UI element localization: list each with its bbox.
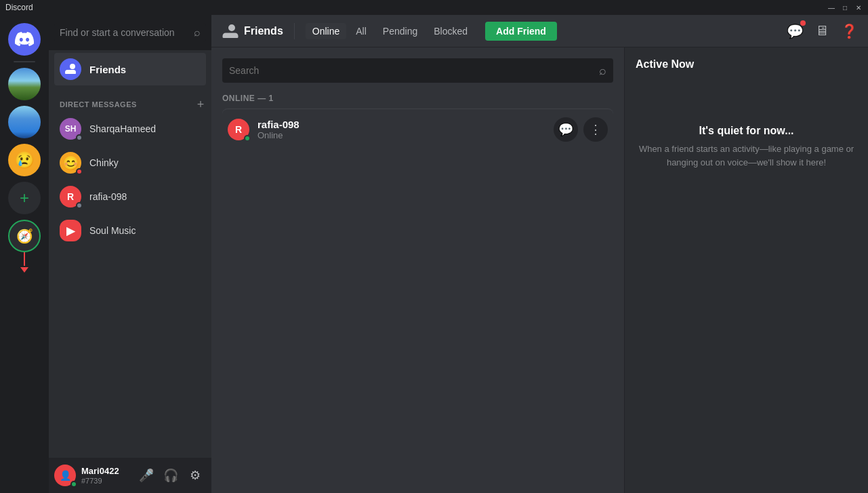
server-sidebar: 😢 + 🧭 Explore Public Servers (0, 15, 49, 493)
friend-avatar-rafia: R (228, 119, 249, 140)
dm-username-rafia: rafia-098 (89, 191, 127, 202)
header-friends-icon (222, 24, 239, 38)
add-server-button[interactable]: + (8, 182, 41, 214)
active-now-title: Active Now (636, 58, 857, 71)
user-name: Mari0422 (81, 466, 130, 477)
friends-label: Friends (89, 64, 126, 75)
server-icon-water[interactable] (8, 106, 41, 138)
header-right: 💬 🖥 ❓ (787, 23, 857, 39)
add-dm-button[interactable]: + (195, 99, 206, 110)
message-friend-button[interactable]: 💬 (554, 117, 578, 142)
dm-username-soul-music: Soul Music (89, 225, 136, 236)
user-area: 👤 Mari0422 #7739 🎤 🎧 ⚙ (49, 458, 211, 493)
dm-item-soul-music[interactable]: ▶ Soul Music (54, 214, 206, 247)
dm-status-dot-sharqahameed (76, 134, 83, 141)
header-divider (294, 23, 295, 39)
dm-status-dot-chinky (76, 168, 83, 175)
explore-wrapper: 🧭 Explore Public Servers (8, 220, 41, 252)
dm-sidebar: Find or start a conversation ⌕ Friends D… (49, 15, 211, 493)
user-avatar[interactable]: 👤 (54, 465, 76, 486)
dm-search-placeholder: Find or start a conversation (60, 27, 194, 38)
arrow-indicator (20, 252, 28, 273)
dm-search-area: Find or start a conversation ⌕ (49, 15, 211, 50)
new-group-dm-button[interactable]: 💬 (787, 23, 803, 39)
dm-list: SH SharqaHameed 😊 Chinky R rafia- (49, 113, 211, 458)
more-options-button[interactable]: ⋮ (583, 117, 608, 142)
headphones-button[interactable]: 🎧 (160, 465, 182, 486)
notification-badge (800, 20, 806, 26)
dm-search-box[interactable]: Find or start a conversation ⌕ (54, 23, 206, 42)
server-icon-mountain[interactable] (8, 68, 41, 100)
active-now-empty-title: It's quiet for now... (636, 125, 857, 137)
minimize-button[interactable]: — (827, 3, 835, 12)
app-title: Discord (5, 3, 33, 12)
friends-search-bar[interactable]: ⌕ (222, 58, 613, 83)
friend-row-rafia[interactable]: R rafia-098 Online 💬 ⋮ (222, 109, 613, 150)
titlebar: Discord — □ ✕ (0, 0, 868, 15)
dm-item-chinky[interactable]: 😊 Chinky (54, 146, 206, 179)
app-container: 😢 + 🧭 Explore Public Servers Find or sta… (0, 15, 868, 493)
user-discriminator: #7739 (81, 477, 130, 485)
dm-status-dot-rafia (76, 202, 83, 209)
active-now-empty: It's quiet for now... When a friend star… (636, 125, 857, 169)
user-controls: 🎤 🎧 ⚙ (136, 465, 206, 486)
friends-nav-item[interactable]: Friends (54, 53, 206, 85)
dm-avatar-soul-music: ▶ (60, 220, 81, 241)
dm-username-chinky: Chinky (89, 157, 119, 168)
friends-list-area: ⌕ ONLINE — 1 R rafia-098 Online 💬 (211, 47, 624, 493)
settings-button[interactable]: ⚙ (184, 465, 206, 486)
friend-info-rafia: rafia-098 Online (257, 119, 554, 140)
main-content: Friends Online All Pending Blocked Add F… (211, 15, 868, 493)
arrow-line (24, 252, 25, 266)
tab-online[interactable]: Online (306, 23, 346, 39)
search-icon: ⌕ (194, 26, 201, 39)
search-icon: ⌕ (599, 64, 606, 78)
arrow-head (20, 267, 28, 273)
help-button[interactable]: ❓ (841, 23, 857, 39)
friends-icon (60, 58, 81, 80)
server-icon-emoji[interactable]: 😢 (8, 144, 41, 176)
header-tabs: Online All Pending Blocked (306, 23, 474, 39)
friends-svg-icon (64, 64, 77, 75)
friend-status-rafia: Online (257, 130, 554, 140)
dm-section-header: DIRECT MESSAGES + (49, 88, 211, 113)
active-now-panel: Active Now It's quiet for now... When a … (624, 47, 868, 493)
explore-public-servers-button[interactable]: 🧭 (8, 220, 41, 252)
discord-home-button[interactable] (8, 23, 41, 56)
active-now-empty-text: When a friend starts an activity—like pl… (636, 142, 857, 169)
online-header: ONLINE — 1 (222, 94, 613, 103)
inbox-button[interactable]: 🖥 (814, 23, 830, 39)
user-info: Mari0422 #7739 (81, 466, 130, 485)
dm-avatar-chinky: 😊 (60, 152, 81, 174)
maximize-button[interactable]: □ (841, 3, 849, 12)
dm-item-sharqahameed[interactable]: SH SharqaHameed (54, 113, 206, 145)
main-header: Friends Online All Pending Blocked Add F… (211, 15, 868, 47)
header-friends-section: Friends (222, 24, 283, 38)
friend-online-dot-rafia (244, 135, 251, 142)
tab-pending[interactable]: Pending (376, 23, 424, 39)
dm-avatar-rafia: R (60, 186, 81, 208)
header-friends-label: Friends (244, 25, 283, 37)
friends-search-input[interactable] (229, 65, 599, 76)
friend-actions-rafia: 💬 ⋮ (554, 117, 608, 142)
dm-section-title: DIRECT MESSAGES (60, 100, 137, 109)
tab-blocked[interactable]: Blocked (427, 23, 474, 39)
friend-name-rafia: rafia-098 (257, 119, 554, 130)
friends-content: ⌕ ONLINE — 1 R rafia-098 Online 💬 (211, 47, 868, 493)
dm-username-sharqahameed: SharqaHameed (89, 123, 156, 134)
close-button[interactable]: ✕ (854, 3, 863, 12)
server-divider (14, 61, 35, 62)
window-controls: — □ ✕ (827, 3, 863, 12)
tab-all[interactable]: All (349, 23, 373, 39)
user-status-dot (70, 481, 77, 488)
discord-logo-icon (15, 32, 34, 47)
microphone-button[interactable]: 🎤 (136, 465, 157, 486)
add-friend-button[interactable]: Add Friend (485, 22, 557, 41)
dm-item-rafia[interactable]: R rafia-098 (54, 180, 206, 213)
dm-avatar-sharqahameed: SH (60, 118, 81, 140)
